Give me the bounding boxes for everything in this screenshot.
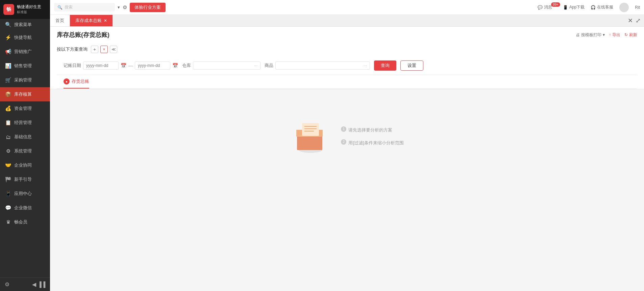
calendar-from-icon[interactable]: 📅	[121, 63, 126, 68]
sidebar-item-guide[interactable]: 🏁 新手引导	[0, 172, 50, 187]
empty-content: 1 请先选择要分析的方案 2 用[过滤]条件来缩小分析范围	[290, 116, 403, 157]
sub-nav-stock-ledger[interactable]: ● 存货总账	[64, 75, 89, 89]
sidebar-item-marketing[interactable]: 📢 营销推广	[0, 45, 50, 59]
export-icon: ↑	[609, 32, 611, 37]
tab-close-icon[interactable]: ✕	[104, 18, 107, 23]
product-select[interactable]: ···	[275, 62, 370, 70]
sidebar-item-sales[interactable]: 📊 销售管理	[0, 59, 50, 73]
sidebar-item-base[interactable]: 🗂 基础信息	[0, 130, 50, 144]
topbar-dropdown-icon[interactable]: ▾	[118, 5, 120, 10]
warehouse-label: 仓库	[182, 63, 191, 69]
headset-icon: 🎧	[591, 5, 596, 10]
sidebar-item-label: 新手引导	[14, 176, 32, 183]
stock-ledger-icon: ●	[64, 78, 70, 84]
warehouse-more-icon[interactable]: ···	[254, 63, 257, 68]
calendar-to-icon[interactable]: 📅	[172, 63, 178, 68]
page-actions: 🖨 按模板打印 ▾ ↑ 导出 ↻ 刷新	[576, 32, 637, 38]
refresh-icon: ↻	[624, 32, 628, 37]
print-btn[interactable]: 🖨 按模板打印 ▾	[576, 32, 605, 38]
date-to-input[interactable]	[135, 62, 170, 70]
sidebar-item-label: 企业微信	[14, 205, 32, 211]
sidebar-item-system[interactable]: ⚙ 系统管理	[0, 144, 50, 158]
sidebar-item-wechat[interactable]: 💬 企业微信	[0, 201, 50, 215]
setting-btn[interactable]: 设置	[400, 60, 423, 71]
sidebar-item-label: 经营管理	[14, 120, 32, 126]
tab-inventory-cost-label: 库存成本总账	[75, 18, 102, 24]
sidebar-item-label: 资金管理	[14, 105, 32, 112]
page-header: 库存总账(存货总账) 🖨 按模板打印 ▾ ↑ 导出 ↻ 刷新	[50, 27, 644, 89]
filter-expand-btn[interactable]: ≪	[110, 46, 117, 53]
close-panel-btn[interactable]: ✕	[628, 17, 633, 24]
empty-svg	[290, 116, 331, 157]
warehouse-select[interactable]: ···	[193, 62, 261, 70]
topbar-gear-icon[interactable]: ⚙	[123, 4, 127, 10]
date-filter-field: 记账日期 📅 — 📅	[64, 62, 178, 70]
wechat-icon: 💬	[5, 205, 11, 211]
tabbar: 首页 库存成本总账 ✕ ✕ ⤢	[50, 15, 644, 27]
export-label: 导出	[612, 32, 620, 38]
tip2-num: 2	[341, 139, 346, 145]
page-title-row: 库存总账(存货总账) 🖨 按模板打印 ▾ ↑ 导出 ↻ 刷新	[57, 31, 637, 39]
svg-rect-2	[297, 136, 322, 150]
sidebar-item-quick-nav[interactable]: ⚡ 快捷导航	[0, 30, 50, 45]
print-icon: 🖨	[576, 32, 580, 37]
refresh-btn[interactable]: ↻ 刷新	[624, 32, 637, 38]
finance-icon: 💰	[5, 105, 11, 112]
message-icon: 💬	[538, 5, 543, 10]
app-center-icon: 📱	[5, 191, 11, 197]
filter-label: 按以下方案查询	[57, 46, 88, 52]
guide-icon: 🏁	[5, 176, 11, 183]
vip-icon: ♛	[5, 219, 11, 225]
tab-home[interactable]: 首页	[50, 15, 70, 26]
sidebar-search-label: 搜索菜单	[14, 22, 32, 28]
empty-tips: 1 请先选择要分析的方案 2 用[过滤]条件来缩小分析范围	[341, 126, 403, 147]
date-from-input[interactable]	[83, 62, 119, 70]
sidebar-item-label: 采购管理	[14, 77, 32, 83]
sidebar-item-inventory[interactable]: 📦 库存核算	[0, 87, 50, 101]
filter-add-btn[interactable]: +	[91, 46, 98, 53]
tab-home-label: 首页	[55, 18, 64, 24]
sidebar-item-label: 库存核算	[14, 91, 32, 97]
print-dropdown-icon: ▾	[603, 32, 605, 37]
product-label: 商品	[265, 63, 273, 69]
query-btn[interactable]: 查询	[374, 60, 396, 71]
sidebar-search[interactable]: 🔍 搜索菜单	[0, 19, 50, 30]
sidebar-item-label: 销售管理	[14, 63, 32, 69]
sidebar-item-purchase[interactable]: 🛒 采购管理	[0, 73, 50, 87]
sidebar-item-vip[interactable]: ♛ 畅会员	[0, 215, 50, 229]
sidebar-item-label: 营销推广	[14, 49, 32, 55]
date-label: 记账日期	[64, 63, 81, 69]
topbar-search-icon: 🔍	[57, 5, 63, 10]
sub-nav-label: 存货总账	[72, 78, 89, 84]
online-service-btn[interactable]: 🎧 在线客服	[591, 4, 613, 10]
app-download-btn[interactable]: 📱 App下载	[563, 4, 585, 10]
export-btn[interactable]: ↑ 导出	[609, 32, 620, 38]
topbar-search-placeholder: 搜索	[65, 4, 73, 10]
filter-bar: 按以下方案查询 + × ≪	[57, 42, 637, 57]
tab-panel-actions: ✕ ⤢	[624, 17, 644, 24]
sidebar-item-operation[interactable]: 📋 经营管理	[0, 116, 50, 130]
filter-collapse-btn[interactable]: ×	[100, 46, 108, 53]
industry-btn[interactable]: 体验行业方案	[130, 3, 166, 12]
sidebar-item-corp[interactable]: 🤝 企业协同	[0, 158, 50, 172]
expand-panel-btn[interactable]: ⤢	[636, 17, 641, 24]
sidebar-item-finance[interactable]: 💰 资金管理	[0, 101, 50, 116]
product-more-icon[interactable]: ···	[364, 63, 367, 68]
sub-nav: ● 存货总账	[57, 75, 637, 89]
product-filter-field: 商品 ···	[265, 62, 370, 70]
topbar-search-box[interactable]: 🔍 搜索	[54, 3, 115, 11]
system-icon: ⚙	[5, 148, 11, 154]
avatar	[619, 3, 629, 12]
settings-footer-icon[interactable]: ⚙	[5, 281, 9, 288]
search-icon: 🔍	[5, 22, 11, 28]
sidebar-footer: ⚙ ◀ ▐▐	[0, 277, 50, 291]
svg-rect-6	[302, 123, 319, 136]
tab-inventory-cost[interactable]: 库存成本总账 ✕	[70, 15, 113, 26]
purchase-icon: 🛒	[5, 77, 11, 83]
message-btn[interactable]: 💬 消息 99+	[538, 4, 557, 10]
operation-icon: 📋	[5, 120, 11, 126]
sidebar-item-app-center[interactable]: 📱 应用中心	[0, 187, 50, 201]
tip1-text: 请先选择要分析的方案	[348, 126, 392, 135]
filter-inputs: 记账日期 📅 — 📅 仓库 ···	[64, 60, 630, 71]
speaker-footer-icon[interactable]: ◀ ▐▐	[32, 281, 45, 288]
